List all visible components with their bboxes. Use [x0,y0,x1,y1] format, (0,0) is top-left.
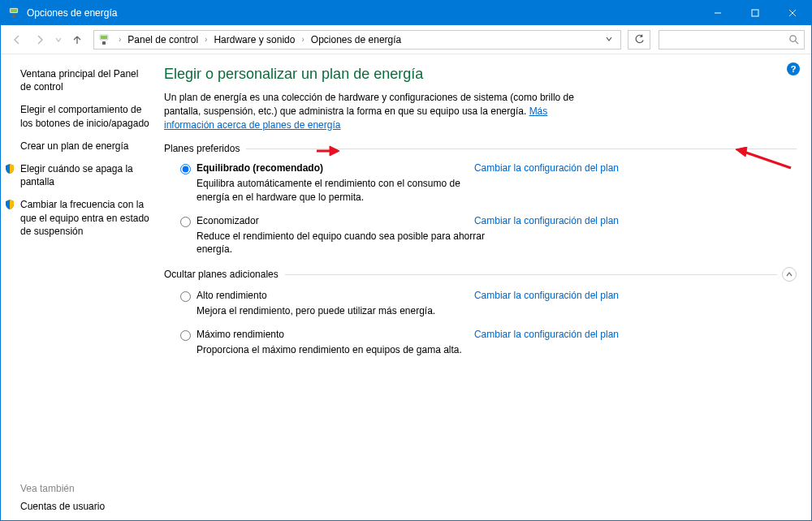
svg-rect-2 [12,15,15,18]
chevron-right-icon: › [119,35,121,44]
see-also-accounts[interactable]: Cuentas de usuario [20,501,151,512]
shield-icon [4,199,15,210]
annotation-arrow-left [310,144,339,158]
plan-description: Equilibra automáticamente el rendimiento… [197,177,489,203]
preferred-plans-label: Planes preferidos [164,143,246,154]
content-pane: ? Elegir o personalizar un plan de energ… [159,54,811,520]
change-plan-link[interactable]: Cambiar la configuración del plan [474,290,619,301]
annotation-arrow-right [736,147,793,171]
minimize-button[interactable] [699,1,736,25]
plan-radio-balanced[interactable] [180,164,191,174]
page-title: Elegir o personalizar un plan de energía [164,66,797,83]
plan-name: Equilibrado (recomendado) [197,162,323,174]
address-bar[interactable]: › Panel de control › Hardware y sonido ›… [93,30,621,50]
plan-description: Proporciona el máximo rendimiento en equ… [197,343,489,356]
svg-rect-9 [102,41,106,45]
plan-radio-max-perf[interactable] [180,330,191,341]
navbar: › Panel de control › Hardware y sonido ›… [1,25,811,54]
plan-name: Máximo rendimiento [197,329,284,340]
see-also-header: Vea también [20,483,151,494]
search-input[interactable] [659,30,805,50]
plan-radio-high-perf[interactable] [180,291,191,302]
power-options-icon [7,6,20,19]
nav-back-button[interactable] [7,30,27,50]
titlebar: Opciones de energía [1,1,811,25]
plan-max-performance: Máximo rendimiento Cambiar la configurac… [180,329,619,356]
page-description: Un plan de energía es una colección de h… [164,91,594,131]
breadcrumb-item[interactable]: Opciones de energía [309,32,403,47]
close-button[interactable] [774,1,811,25]
svg-line-15 [744,152,791,168]
chevron-up-icon [786,271,793,278]
plan-balanced: Equilibrado (recomendado) Cambiar la con… [180,162,619,203]
sidebar-item-label: Elegir cuándo se apaga la pantalla [20,163,133,187]
sidebar-link-sleep-freq[interactable]: Cambiar la frecuencia con la que el equi… [6,198,151,238]
maximize-button[interactable] [736,1,774,25]
preferred-plans-header: Planes preferidos [164,143,797,154]
svg-marker-16 [736,147,747,157]
shield-icon [4,163,15,174]
plan-name: Economizador [197,215,259,226]
plan-radio-economizer[interactable] [180,217,191,227]
chevron-right-icon: › [301,35,304,44]
change-plan-link[interactable]: Cambiar la configuración del plan [474,329,619,340]
search-icon [788,34,799,45]
nav-recent-button[interactable] [53,30,64,50]
svg-rect-8 [101,36,107,39]
sidebar-link-create-plan[interactable]: Crear un plan de energía [20,140,151,153]
window-title: Opciones de energía [27,7,699,19]
svg-line-11 [795,41,798,44]
page-desc-text: Un plan de energía es una colección de h… [164,92,574,117]
plan-name: Alto rendimiento [197,290,267,301]
breadcrumb-item[interactable]: Panel de control [126,32,200,47]
plan-description: Reduce el rendimiento del equipo cuando … [197,230,489,256]
collapse-button[interactable] [782,267,797,282]
plan-description: Mejora el rendimiento, pero puede utiliz… [197,304,489,317]
svg-rect-4 [752,10,758,16]
svg-marker-14 [330,146,339,156]
nav-forward-button[interactable] [30,30,50,50]
window-controls [699,1,811,25]
sidebar-link-cp-home[interactable]: Ventana principal del Panel de control [20,67,151,93]
refresh-button[interactable] [628,30,650,50]
sidebar-link-button-behavior[interactable]: Elegir el comportamiento de los botones … [20,103,151,129]
chevron-right-icon: › [205,35,207,44]
sidebar: Ventana principal del Panel de control E… [1,54,159,520]
sidebar-item-label: Cambiar la frecuencia con la que el equi… [20,199,149,236]
plan-high-performance: Alto rendimiento Cambiar la configuració… [180,290,619,317]
svg-rect-1 [11,9,17,12]
help-icon[interactable]: ? [787,62,800,75]
address-dropdown-button[interactable] [601,35,617,44]
nav-up-button[interactable] [67,30,87,50]
plan-economizer: Economizador Cambiar la configuración de… [180,215,619,256]
svg-point-10 [790,36,796,41]
change-plan-link[interactable]: Cambiar la configuración del plan [474,162,619,174]
sidebar-link-display-off[interactable]: Elegir cuándo se apaga la pantalla [6,162,151,188]
change-plan-link[interactable]: Cambiar la configuración del plan [474,215,619,226]
control-panel-icon [97,33,110,46]
additional-plans-header: Ocultar planes adicionales [164,267,797,282]
breadcrumb-item[interactable]: Hardware y sonido [212,32,296,47]
additional-plans-label[interactable]: Ocultar planes adicionales [164,269,285,280]
